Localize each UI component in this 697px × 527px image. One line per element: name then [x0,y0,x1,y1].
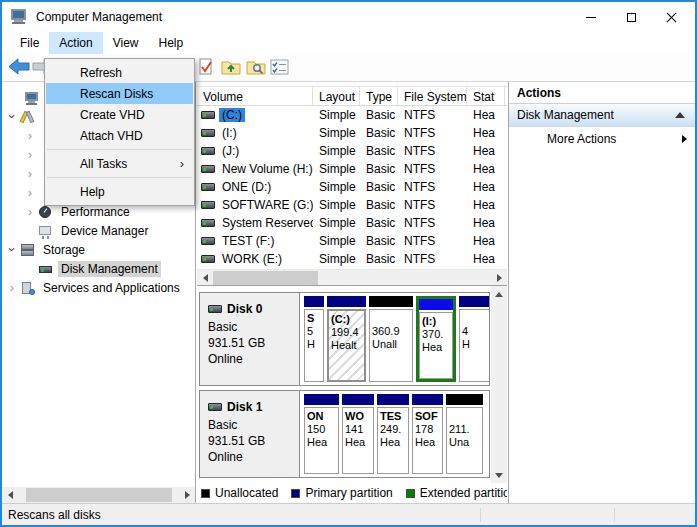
minimize-button[interactable] [571,2,611,32]
collapse-icon[interactable] [675,112,685,118]
column-header-file-system[interactable]: File System [398,87,467,105]
scroll-right-icon[interactable] [179,487,195,503]
menubar-item-view[interactable]: View [103,32,149,54]
menubar-item-action[interactable]: Action [49,32,102,54]
volume-type-cell: Basic [360,234,398,248]
volume-status-cell: Hea [467,180,505,194]
chevron-down-icon[interactable]: › [5,109,20,125]
partition-i[interactable]: (I:)370.Hea [416,296,456,382]
partition-label: ON150Hea [304,407,339,474]
partition-tes[interactable]: TES249.Hea [377,394,409,474]
chevron-right-icon[interactable]: › [22,204,38,219]
volume-name-label: (I:) [219,126,240,140]
tree-item-storage[interactable]: ›Storage [2,240,195,259]
partition-c[interactable]: (C:)199.4Healt [327,296,366,382]
menu-item-label: Rescan Disks [80,87,153,101]
volume-row-test-f[interactable]: TEST (F:)SimpleBasicNTFSHea [197,232,507,250]
chevron-down-icon[interactable]: › [5,242,20,258]
chevron-right-icon[interactable]: › [22,166,38,181]
disk-name: Disk 0 [208,301,299,317]
column-header-stat[interactable]: Stat [467,87,505,105]
partition-unallocated[interactable]: 360.9Unall [369,296,413,382]
volume-name-label: TEST (F:) [219,234,277,248]
volume-row-software-g[interactable]: SOFTWARE (G:)SimpleBasicNTFSHea [197,196,507,214]
partition-s[interactable]: S5H [304,296,324,382]
volume-type-cell: Basic [360,252,398,266]
menu-item-help[interactable]: Help [46,181,193,202]
partition-line-3: Unall [372,338,411,351]
partition-item[interactable]: 4H [459,296,489,382]
volume-icon [201,111,215,119]
volume-row-new-volume-h[interactable]: New Volume (H:)SimpleBasicNTFSHea [197,160,507,178]
scrollbar-thumb[interactable] [213,271,318,285]
partition-label: S5H [304,309,324,382]
back-icon[interactable] [8,58,30,75]
scroll-up-icon[interactable] [491,286,507,302]
partition-line-1 [372,312,411,325]
tree-horizontal-scrollbar[interactable] [2,487,195,503]
partition-line-1: ON [307,410,337,423]
maximize-button[interactable] [611,2,651,32]
volume-row-c[interactable]: (C:)SimpleBasicNTFSHea [197,106,507,124]
volume-fs-cell: NTFS [398,252,467,266]
menu-item-refresh[interactable]: Refresh [46,62,193,83]
chevron-right-icon[interactable]: › [22,147,38,162]
partition-line-3: H [462,338,488,351]
chevron-right-icon[interactable]: › [22,128,38,143]
scroll-down-icon[interactable] [491,467,507,483]
partition-unallocated[interactable]: 211.Una [446,394,483,474]
volume-name-cell: (I:) [197,126,313,140]
menu-item-all-tasks[interactable]: All Tasks› [46,153,193,174]
folder-up-icon[interactable] [221,58,241,77]
graphical-vertical-scrollbar[interactable] [491,286,507,483]
partition-type-band [304,296,324,307]
more-actions-item[interactable]: More Actions [509,127,695,150]
menubar-item-help[interactable]: Help [149,32,194,54]
partition-on[interactable]: ON150Hea [304,394,339,474]
checklist-icon[interactable] [270,58,289,77]
volume-type-cell: Basic [360,180,398,194]
scroll-right-icon[interactable] [491,270,507,286]
volume-row-i[interactable]: (I:)SimpleBasicNTFSHea [197,124,507,142]
tree-item-device-manager[interactable]: ›Device Manager [2,221,195,240]
disk-row-disk-1[interactable]: Disk 1Basic931.51 GBOnlineON150HeaWO141H… [199,390,490,478]
menu-item-create-vhd[interactable]: Create VHD [46,104,193,125]
scrollbar-thumb[interactable] [26,488,172,502]
partition-wo[interactable]: WO141Hea [342,394,374,474]
partition-line-1: WO [345,410,372,423]
disk-row-disk-0[interactable]: Disk 0Basic931.51 GBOnlineS5H(C:)199.4He… [199,292,490,386]
column-header-type[interactable]: Type [360,87,398,105]
folder-search-icon[interactable] [246,58,266,77]
actions-group-disk-management[interactable]: Disk Management [509,104,695,127]
chevron-right-icon[interactable]: › [22,185,38,200]
volume-list-header: VolumeLayoutTypeFile SystemStat [197,86,507,106]
partition-line-1 [449,410,481,423]
partition-type-band [412,394,443,405]
menubar-item-file[interactable]: File [10,32,49,54]
scroll-left-icon[interactable] [197,270,213,286]
menu-item-attach-vhd[interactable]: Attach VHD [46,125,193,146]
close-button[interactable] [651,2,691,32]
document-check-icon[interactable] [197,58,215,77]
actions-pane-title: Actions [509,82,695,104]
scroll-left-icon[interactable] [2,487,18,503]
partition-line-2: 5 [307,325,322,338]
partition-sof[interactable]: SOF178Hea [412,394,443,474]
column-header-layout[interactable]: Layout [313,87,360,105]
volume-horizontal-scrollbar[interactable] [197,269,507,285]
volume-type-cell: Basic [360,198,398,212]
volume-row-one-d[interactable]: ONE (D:)SimpleBasicNTFSHea [197,178,507,196]
menu-item-rescan-disks[interactable]: Rescan Disks [46,83,193,104]
volume-row-system-reserved[interactable]: System ReservedSimpleBasicNTFSHea [197,214,507,232]
chevron-right-icon[interactable]: › [4,280,20,295]
volume-row-j[interactable]: (J:)SimpleBasicNTFSHea [197,142,507,160]
disk-info-disk-0[interactable]: Disk 0Basic931.51 GBOnline [200,293,300,385]
partition-line-3: Hea [422,341,451,354]
volume-name-cell: WORK (E:) [197,252,313,266]
tree-item-disk-management[interactable]: ›Disk Management [2,259,195,278]
column-header-volume[interactable]: Volume [197,87,313,105]
tree-item-services-and-applications[interactable]: ›Services and Applications [2,278,195,297]
volume-row-work-e[interactable]: WORK (E:)SimpleBasicNTFSHea [197,250,507,268]
partition-line-2: 4 [462,325,488,338]
disk-info-disk-1[interactable]: Disk 1Basic931.51 GBOnline [200,391,300,477]
